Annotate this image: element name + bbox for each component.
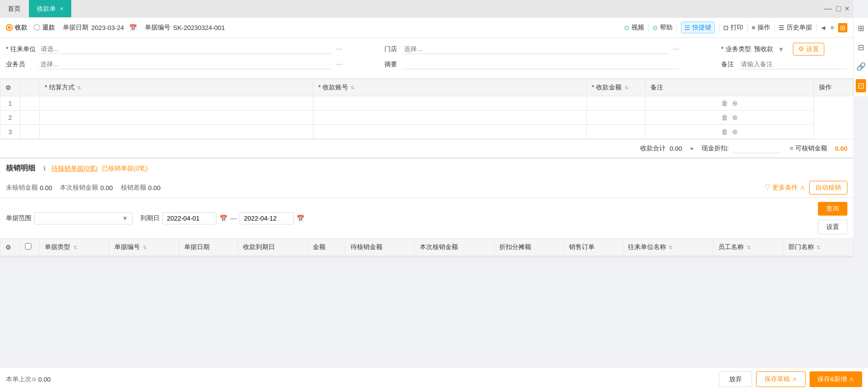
row-1-actions: 🗑 ⊕	[646, 96, 814, 111]
sort-settlement-icon[interactable]: ⇅	[77, 85, 81, 90]
voucher-date-field: 单据日期 2023-03-24 📅	[63, 23, 137, 32]
row-1-account[interactable]	[40, 96, 313, 111]
bottom-col-settings[interactable]: ⚙	[0, 239, 20, 256]
sort-type-icon[interactable]: ⇅	[73, 245, 77, 250]
row-1-settlement[interactable]	[20, 96, 40, 111]
remark-input[interactable]	[739, 59, 847, 69]
row-3-copy-icon[interactable]: ⊕	[732, 128, 738, 136]
salesman-input[interactable]	[38, 59, 331, 69]
row-1-remark[interactable]	[587, 96, 646, 111]
tab-receipt[interactable]: 收款单 ×	[29, 0, 72, 17]
range-select[interactable]: ▼	[34, 212, 133, 224]
remark-field: 备注	[721, 59, 847, 69]
calendar-from-icon[interactable]: 📅	[219, 215, 227, 222]
select-all-checkbox[interactable]	[25, 243, 31, 250]
table-icon[interactable]: ⊞	[856, 22, 866, 35]
bottom-actions: 放弃 保存草稿 ∧ 保存&新增 ∧	[719, 371, 862, 387]
action-shortcut[interactable]: ☰ 快捷键	[681, 22, 715, 33]
col-settings[interactable]: ⚙	[0, 79, 20, 96]
row-2-copy-icon[interactable]: ⊕	[732, 113, 738, 121]
summary-input[interactable]	[402, 59, 679, 69]
row-3-delete-icon[interactable]: 🗑	[721, 128, 728, 136]
sort-employee-icon[interactable]: ⇅	[747, 245, 751, 250]
save-new-button[interactable]: 保存&新增 ∧	[810, 371, 862, 387]
summary-label: 摘要	[384, 60, 399, 69]
form-row-1: * 往来单位 ··· 门店 ··· * 业务类型 预收款 ▼ ⚙ 设置	[6, 43, 847, 56]
bottom-col-date: 单据日期	[179, 239, 238, 256]
business-type-field: * 业务类型 预收款 ▼ ⚙ 设置	[721, 43, 847, 56]
unverified-stat: 未核销金额 0.00	[6, 183, 52, 192]
counterpart-input[interactable]	[39, 44, 331, 54]
bottom-col-checkbox[interactable]	[20, 239, 40, 256]
row-2-remark[interactable]	[587, 111, 646, 125]
auto-verify-btn[interactable]: 自动核销	[809, 181, 847, 195]
date-range-separator: —	[230, 215, 237, 222]
action-video[interactable]: ⊙ 视频	[624, 23, 644, 32]
calendar-icon[interactable]: 📅	[129, 24, 137, 31]
horizontal-scroll[interactable]	[0, 256, 853, 258]
sort-account-icon[interactable]: ⇅	[351, 85, 354, 90]
save-draft-button[interactable]: 保存草稿 ∧	[756, 371, 806, 387]
row-2-settlement[interactable]	[20, 111, 40, 125]
sort-no-icon[interactable]: ⇅	[143, 245, 147, 250]
tab-done[interactable]: 已核销单据(0笔)	[102, 164, 148, 173]
row-3-remark[interactable]	[587, 125, 646, 139]
verification-info-icon[interactable]: ℹ	[43, 165, 46, 172]
row-3-settlement[interactable]	[20, 125, 40, 139]
more-filter-btn[interactable]: ▽ 更多条件 ∧	[764, 183, 805, 192]
range-dropdown-icon[interactable]: ▼	[122, 215, 128, 222]
action-operation[interactable]: ≡ 操作	[752, 23, 770, 32]
business-type-dropdown-icon[interactable]: ▼	[778, 46, 785, 53]
row-1-amount[interactable]	[313, 96, 587, 111]
shortcut-icon: ☰	[684, 24, 690, 31]
tab-close-receipt[interactable]: ×	[60, 5, 63, 12]
row-3-amount[interactable]	[313, 125, 587, 139]
sort-amount-icon[interactable]: ⇅	[624, 85, 628, 90]
action-print[interactable]: ⊡ 打印	[723, 23, 743, 32]
view-prev-icon[interactable]: ◄	[820, 24, 827, 31]
store-input[interactable]	[402, 44, 668, 54]
right-sidebar: ⊞ ⊟ 🔗 ⊡	[853, 18, 868, 96]
invoice-icon[interactable]: ⊟	[856, 41, 866, 54]
close-button[interactable]: ×	[845, 4, 849, 13]
gear-icon[interactable]: ⚙	[5, 84, 11, 91]
discount-input[interactable]	[732, 143, 782, 153]
counterpart-more-btn[interactable]: ···	[336, 45, 342, 54]
radio-receipt[interactable]: 收款	[6, 23, 27, 32]
row-1-delete-icon[interactable]: 🗑	[721, 99, 728, 107]
maximize-button[interactable]: □	[836, 4, 841, 13]
voucher-date-value[interactable]: 2023-03-24	[91, 24, 124, 31]
bottom-col-counterpart: 往来单位名称 ⇅	[623, 239, 713, 256]
filter-settings-button[interactable]: 设置	[818, 220, 847, 234]
tab-pending[interactable]: 待核销单据(0笔)	[52, 164, 98, 173]
minimize-button[interactable]: —	[824, 4, 832, 13]
row-2-amount[interactable]	[313, 111, 587, 125]
sort-counterpart-icon[interactable]: ⇅	[669, 245, 673, 250]
radio-refund[interactable]: 退款	[33, 23, 55, 32]
row-1-copy-icon[interactable]: ⊕	[732, 99, 738, 107]
total-value: 0.00	[670, 145, 682, 152]
current-label: 本次核销金额	[60, 183, 98, 192]
due-date-from-input[interactable]	[163, 212, 217, 224]
discard-button[interactable]: 放弃	[719, 371, 752, 387]
bottom-table-container: ⚙ 单据类型 ⇅ 单据编号 ⇅ 单据日期	[0, 238, 853, 256]
store-more-btn[interactable]: ···	[673, 45, 679, 54]
bottom-gear-icon[interactable]: ⚙	[5, 244, 11, 251]
query-button[interactable]: 查询	[818, 202, 847, 216]
action-history[interactable]: ☰ 历史单据	[779, 23, 812, 32]
video-icon: ⊙	[624, 24, 629, 31]
due-date-to-input[interactable]	[240, 212, 294, 224]
view-list-icon[interactable]: ≡	[830, 24, 834, 31]
settings-button[interactable]: ⚙ 设置	[793, 43, 824, 56]
expand-icon[interactable]: ⊡	[856, 79, 866, 92]
tab-home[interactable]: 首页	[0, 0, 29, 17]
calendar-to-icon[interactable]: 📅	[297, 215, 304, 222]
sort-dept-icon[interactable]: ⇅	[816, 245, 820, 250]
row-3-account[interactable]	[40, 125, 313, 139]
row-2-delete-icon[interactable]: 🗑	[721, 113, 728, 121]
salesman-more-btn[interactable]: ···	[336, 60, 342, 69]
attachment-icon[interactable]: 🔗	[854, 60, 868, 73]
view-grid-icon[interactable]: ⊞	[838, 23, 847, 32]
row-2-account[interactable]	[40, 111, 313, 125]
action-help[interactable]: ⊙ 帮助	[652, 23, 673, 32]
